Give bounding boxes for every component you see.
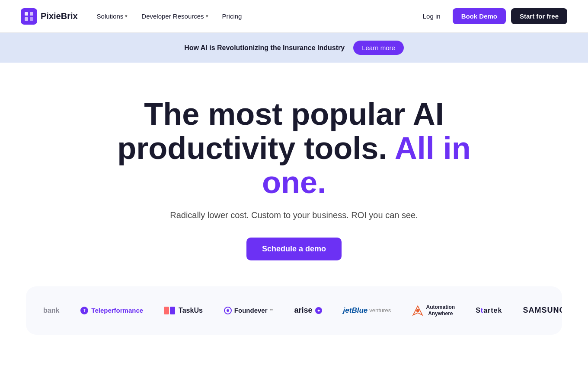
list-item: Startek — [476, 300, 502, 321]
taskus-icon — [164, 306, 176, 315]
list-item: T Teleperformance — [80, 300, 143, 321]
list-item: SAMSUNG — [523, 300, 562, 321]
logo-svg — [24, 12, 34, 21]
chevron-down-icon: ▾ — [125, 13, 128, 19]
nav-developer-resources[interactable]: Developer Resources ▾ — [136, 9, 213, 23]
logo-icon — [21, 8, 37, 25]
banner-text: How AI is Revolutionizing the Insurance … — [184, 44, 345, 52]
svg-rect-3 — [30, 17, 33, 21]
teleperformance-icon: T — [80, 306, 89, 315]
login-button[interactable]: Log in — [416, 9, 447, 23]
arise-icon: ✦ — [315, 307, 323, 314]
navbar: PixieBrix Solutions ▾ Developer Resource… — [0, 0, 588, 33]
list-item: Automation Anywhere — [412, 300, 455, 321]
svg-point-12 — [416, 309, 419, 312]
samsung-logo: SAMSUNG — [523, 306, 562, 315]
nav-left: PixieBrix Solutions ▾ Developer Resource… — [21, 8, 247, 25]
book-demo-button[interactable]: Book Demo — [453, 8, 506, 24]
startek-logo: Startek — [476, 307, 502, 314]
logo-text: PixieBrix — [41, 11, 78, 21]
nav-right: Log in Book Demo Start for free — [416, 8, 567, 24]
start-free-button[interactable]: Start for free — [511, 8, 567, 24]
hero-subtitle: Radically lower cost. Custom to your bus… — [170, 210, 418, 220]
list-item: jetBlue ventures — [343, 300, 391, 321]
hero-section: The most popular AI productivity tools. … — [0, 63, 588, 286]
list-item: bank — [43, 300, 59, 321]
list-item: Foundever ™ — [224, 300, 274, 321]
list-item: TaskUs — [164, 300, 203, 321]
logo-link[interactable]: PixieBrix — [21, 8, 78, 25]
logos-section: bank T Teleperformance TaskUs — [26, 286, 562, 335]
svg-rect-6 — [164, 307, 169, 314]
nav-pricing[interactable]: Pricing — [217, 9, 247, 23]
svg-text:✦: ✦ — [317, 308, 321, 313]
hero-title: The most popular AI productivity tools. … — [99, 97, 489, 200]
svg-rect-0 — [25, 12, 28, 16]
nav-solutions[interactable]: Solutions ▾ — [92, 9, 133, 23]
svg-rect-2 — [25, 17, 28, 21]
learn-more-button[interactable]: Learn more — [353, 41, 404, 55]
nav-links: Solutions ▾ Developer Resources ▾ Pricin… — [92, 9, 247, 23]
svg-rect-7 — [170, 307, 175, 314]
svg-rect-1 — [30, 12, 33, 16]
logos-track: bank T Teleperformance TaskUs — [43, 300, 545, 321]
automation-anywhere-icon — [412, 304, 424, 317]
foundever-icon — [224, 306, 232, 315]
promo-banner: How AI is Revolutionizing the Insurance … — [0, 33, 588, 63]
list-item: arise ✦ — [294, 300, 323, 321]
svg-text:T: T — [83, 308, 86, 313]
chevron-down-icon: ▾ — [206, 13, 208, 19]
schedule-demo-button[interactable]: Schedule a demo — [246, 238, 342, 260]
svg-point-9 — [227, 309, 229, 312]
